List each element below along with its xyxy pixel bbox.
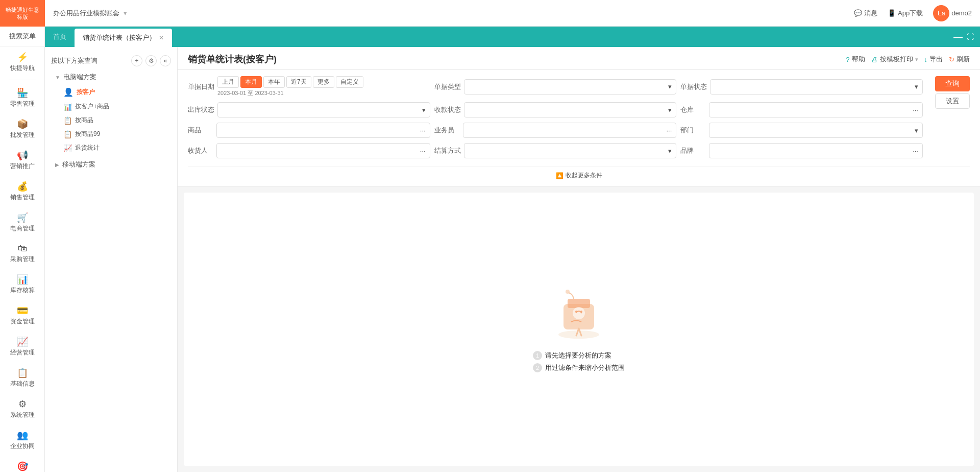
- sidebar-item-enterprise[interactable]: 👥 企业协同: [0, 424, 44, 456]
- system-icon: ⚙: [18, 398, 27, 410]
- search-menu-btn[interactable]: 搜索菜单: [0, 32, 44, 41]
- brand-label: 品牌: [680, 146, 706, 155]
- tree-item-by-customer-goods[interactable]: 📊 按客户+商品: [63, 100, 177, 113]
- newbie-icon: 🎯: [17, 461, 28, 472]
- tab-home[interactable]: 首页: [45, 27, 75, 47]
- print-btn[interactable]: 🖨 按模板打印 ▾: [871, 55, 918, 64]
- refresh-btn[interactable]: ↻ 刷新: [949, 55, 970, 64]
- zero-retail-label: 零售管理: [10, 100, 35, 108]
- sidebar-item-sales[interactable]: 💰 销售管理: [0, 176, 44, 207]
- user-name: demo2: [951, 9, 972, 17]
- settlement-field-group: 结算方式 ▾: [434, 143, 677, 158]
- sidebar-item-inventory[interactable]: 📊 库存核算: [0, 269, 44, 300]
- tree-arrow-mobile: ▶: [55, 162, 59, 168]
- warehouse-select[interactable]: ···: [709, 102, 923, 117]
- tab-minimize-btn[interactable]: —: [953, 32, 963, 42]
- query-btn[interactable]: 查询: [935, 76, 970, 91]
- warehouse-field-group: 仓库 ···: [680, 102, 923, 117]
- this-month-btn[interactable]: 本月: [240, 76, 262, 88]
- goods-label: 商品: [188, 126, 213, 135]
- refresh-label: 刷新: [957, 55, 970, 64]
- salesperson-field-group: 业务员 ···: [434, 123, 677, 138]
- sidebar-item-ecommerce[interactable]: 🛒 电商管理: [0, 207, 44, 238]
- user-menu-btn[interactable]: Ea demo2: [933, 5, 972, 21]
- tip-text-1: 请先选择要分析的方案: [545, 351, 611, 360]
- settings-scheme-btn[interactable]: ⚙: [145, 55, 157, 66]
- tree-item-by-customer[interactable]: 👤 按客户: [63, 85, 177, 100]
- empty-tip-2: 2 用过滤条件来缩小分析范围: [533, 363, 625, 372]
- svg-point-6: [566, 290, 570, 294]
- query-buttons: 查询 设置: [935, 76, 970, 109]
- export-btn[interactable]: ↓ 导出: [924, 55, 943, 64]
- sidebar-item-wholesale[interactable]: 📦 批发管理: [0, 113, 44, 145]
- goods-select[interactable]: ···: [216, 123, 430, 138]
- sidebar-item-system[interactable]: ⚙ 系统管理: [0, 393, 44, 424]
- collapse-conditions-btn[interactable]: 🔼 收起更多条件: [556, 171, 602, 180]
- tree-pc-label: 电脑端方案: [63, 73, 96, 82]
- tab-maximize-btn[interactable]: ⛶: [967, 33, 974, 41]
- sidebar-item-purchase[interactable]: 🛍 采购管理: [0, 238, 44, 269]
- message-btn[interactable]: 💬 消息: [854, 9, 877, 18]
- receiver-select[interactable]: ···: [216, 143, 430, 158]
- return-stats-icon: 📈: [63, 144, 72, 152]
- tree-item-return-stats[interactable]: 📈 退货统计: [63, 141, 177, 155]
- more-btn[interactable]: 更多: [313, 76, 334, 88]
- custom-btn[interactable]: 自定义: [336, 76, 363, 88]
- collapse-panel-btn[interactable]: «: [160, 55, 171, 66]
- doc-status-select[interactable]: ▾: [710, 79, 923, 95]
- operations-label: 经营管理: [10, 348, 35, 357]
- settlement-chevron: ▾: [668, 147, 672, 155]
- by-goods-99-label: 按商品99: [75, 130, 100, 138]
- setting-btn[interactable]: 设置: [935, 93, 970, 109]
- tab-close-btn[interactable]: ✕: [159, 34, 164, 41]
- tree-section-pc[interactable]: ▼ 电脑端方案: [45, 69, 177, 85]
- empty-state: 1 请先选择要分析的方案 2 用过滤条件来缩小分析范围: [184, 193, 974, 466]
- out-status-select[interactable]: ▾: [217, 102, 430, 117]
- filter-row-4: 收货人 ··· 结算方式 ▾: [188, 143, 923, 158]
- return-stats-label: 退货统计: [75, 144, 100, 152]
- tree-item-by-goods-99[interactable]: 📋 按商品99: [63, 127, 177, 141]
- doc-type-field-group: 单据类型 ▾: [434, 76, 677, 97]
- tab-sales-stats[interactable]: 销货单统计表（按客户） ✕: [75, 29, 172, 47]
- add-scheme-btn[interactable]: +: [131, 55, 142, 66]
- sidebar-item-finance[interactable]: 💳 资金管理: [0, 300, 44, 331]
- collapse-up-icon: 🔼: [556, 172, 564, 179]
- sidebar-item-zero-retail[interactable]: 🏪 零售管理: [0, 82, 44, 113]
- help-label: 帮助: [852, 55, 865, 64]
- message-label: 消息: [864, 9, 877, 18]
- doc-type-select[interactable]: ▾: [464, 79, 677, 95]
- tree-item-by-goods[interactable]: 📋 按商品: [63, 113, 177, 127]
- sidebar-item-quicknav[interactable]: ⚡ 快捷导航: [0, 46, 44, 78]
- warehouse-dots: ···: [913, 106, 918, 114]
- brand-select[interactable]: ···: [709, 143, 923, 158]
- out-status-label: 出库状态: [188, 105, 214, 114]
- app-download-btn[interactable]: 📱 App下载: [888, 9, 923, 18]
- tree-section-mobile[interactable]: ▶ 移动端方案: [45, 157, 177, 172]
- tree-arrow-pc: ▼: [55, 75, 60, 80]
- help-btn[interactable]: ? 帮助: [846, 55, 865, 64]
- sidebar-item-newbie[interactable]: 🎯 新手引导: [0, 456, 44, 472]
- payment-status-select[interactable]: ▾: [464, 102, 677, 117]
- salesperson-select[interactable]: ···: [463, 123, 677, 138]
- tip-text-2: 用过滤条件来缩小分析范围: [545, 363, 625, 372]
- sidebar-item-basic[interactable]: 📋 基础信息: [0, 362, 44, 393]
- by-customer-goods-label: 按客户+商品: [75, 102, 109, 111]
- settlement-select[interactable]: ▾: [464, 143, 677, 158]
- sidebar-search-section: 搜索菜单: [0, 27, 44, 46]
- date-buttons: 上月 本月 本年 近7天 更多 自定义: [217, 76, 430, 88]
- department-select[interactable]: ▾: [709, 123, 923, 138]
- ecommerce-icon: 🛒: [17, 212, 28, 223]
- tree-pc-children: 👤 按客户 📊 按客户+商品 📋 按商品 📋 按商品99 📈 退货: [45, 85, 177, 155]
- avatar: Ea: [933, 5, 949, 21]
- sidebar-item-operations[interactable]: 📈 经营管理: [0, 331, 44, 362]
- help-icon: ?: [846, 56, 849, 63]
- last-month-btn[interactable]: 上月: [217, 76, 239, 88]
- industry-label: 办公用品行业模拟账套: [53, 9, 119, 18]
- last-7-btn[interactable]: 近7天: [286, 76, 311, 88]
- sidebar-item-marketing[interactable]: 📢 营销推广: [0, 145, 44, 176]
- out-status-chevron: ▾: [422, 106, 426, 114]
- operations-icon: 📈: [17, 336, 28, 347]
- industry-dropdown-icon[interactable]: ▾: [124, 9, 127, 17]
- this-year-btn[interactable]: 本年: [263, 76, 285, 88]
- date-range-display: 2023-03-01 至 2023-03-31: [217, 89, 430, 97]
